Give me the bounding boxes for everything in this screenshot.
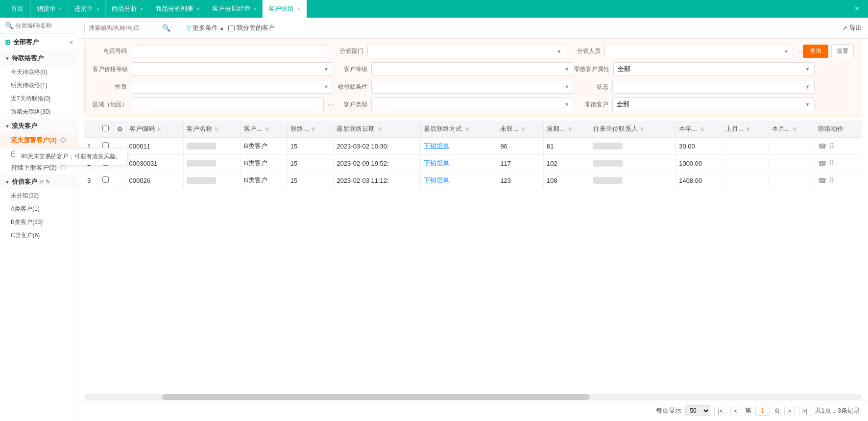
nav-tab-customer-tier[interactable]: 客户分层经营 × xyxy=(206,0,263,18)
action-more-icon-1[interactable]: ⠿ xyxy=(829,159,834,167)
row-checkbox-2[interactable] xyxy=(102,176,109,183)
nav-tab-analysis-list[interactable]: 商品分析列表 × xyxy=(149,0,206,18)
sort-type-icon[interactable]: ⇅ xyxy=(265,126,269,132)
sidebar-section-pending-contact[interactable]: ▼ 待联络客户 xyxy=(0,51,78,66)
contact-method-link-1[interactable]: 下销货单 xyxy=(424,159,449,167)
nav-tab-analysis[interactable]: 商品分析 × xyxy=(106,0,149,18)
last-page-button[interactable]: >| xyxy=(799,406,811,416)
sidebar-section-value[interactable]: ▼ 价值客户 ↺ ✎ xyxy=(0,174,78,189)
filter-retail-customer-label: 零散客户 xyxy=(574,100,608,109)
filter-retail-customer-select[interactable]: 全部 ▼ xyxy=(612,98,815,111)
filter-dept-select[interactable]: ▼ xyxy=(367,45,566,58)
edit-icon[interactable]: ✎ xyxy=(46,179,50,185)
sidebar-section-churn[interactable]: ▼ 流失客户 xyxy=(0,119,78,133)
sidebar-item-today[interactable]: 今天待联络(0) xyxy=(0,66,78,79)
filter-phone-input[interactable] xyxy=(131,46,329,57)
filter-nature-label: 性质 xyxy=(93,83,127,91)
first-page-button[interactable]: |< xyxy=(714,406,726,416)
filter-nature-select[interactable]: ▼ xyxy=(131,80,333,94)
sidebar-search-input[interactable] xyxy=(15,22,78,29)
sidebar-item-class-a[interactable]: A类客户(1) xyxy=(0,202,78,216)
filter-manager-select[interactable]: ▼ xyxy=(604,45,794,58)
sort-method-icon[interactable]: ⇅ xyxy=(465,126,469,132)
cell-customer-type: B类客户 xyxy=(241,138,288,155)
sidebar-item-unclassified[interactable]: 未分组(32) xyxy=(0,189,78,202)
next-page-button[interactable]: > xyxy=(784,406,795,416)
sidebar-item-tomorrow[interactable]: 明天待联络(1) xyxy=(0,79,78,92)
contact-method-link-0[interactable]: 下销货单 xyxy=(424,142,449,149)
action-more-icon-2[interactable]: ⠿ xyxy=(829,176,834,184)
more-dots-region[interactable]: ··· xyxy=(328,100,334,108)
close-tab-sales-icon[interactable]: × xyxy=(59,6,62,12)
filter-retail-attr-select[interactable]: 全部 ▼ xyxy=(613,62,815,76)
more-dots-manager[interactable]: ··· xyxy=(797,48,803,55)
sort-year-icon[interactable]: ⇅ xyxy=(700,126,704,132)
action-contact-icon-2[interactable]: ☎ xyxy=(818,176,826,184)
blurred-contacts-1 xyxy=(593,160,623,167)
top-navigation: 首页 销货单 × 进货单 × 商品分析 × 商品分析列表 × 客户分层经营 × … xyxy=(0,0,868,18)
filter-price-level-select[interactable]: ▼ xyxy=(132,62,333,76)
cell-last-contact-date: 2023-03-02 10:30: xyxy=(334,138,421,155)
filter-status-select[interactable]: ▼ xyxy=(612,80,815,94)
cell-last-month xyxy=(722,138,769,155)
info-icon-decline: ⓘ xyxy=(60,165,66,171)
more-conditions-button[interactable]: ▽ 更多条件 ▲ xyxy=(186,24,224,32)
setting-button[interactable]: 设置 xyxy=(831,44,854,58)
close-tab-customer-contact-icon[interactable]: × xyxy=(297,6,300,12)
action-contact-icon-0[interactable]: ☎ xyxy=(818,142,826,150)
sort-name-icon[interactable]: ⇅ xyxy=(215,126,218,132)
current-page-input[interactable] xyxy=(755,406,770,416)
nav-tab-customer-contact[interactable]: 客户联络 × xyxy=(263,0,306,18)
filter-customer-level-select[interactable]: ▼ xyxy=(371,62,574,76)
filter-payment-select[interactable]: ▼ xyxy=(371,80,574,94)
horizontal-scrollbar[interactable] xyxy=(84,394,862,400)
sidebar-all-customers[interactable]: ⊞ 全部客户 « xyxy=(0,34,78,51)
sidebar-item-overdue[interactable]: 逾期未联络(30) xyxy=(0,105,78,119)
main-search-button[interactable]: 🔍 xyxy=(162,24,170,32)
sort-overdue-icon[interactable]: ⇅ xyxy=(568,126,572,132)
sort-this-month-icon[interactable]: ⇅ xyxy=(793,126,796,132)
export-button[interactable]: ↗ 导出 xyxy=(842,24,862,32)
sort-unit-icon[interactable]: ⇅ xyxy=(640,126,644,132)
sidebar-item-churn-risk[interactable]: 流失预警客户(3) ⓘ xyxy=(0,133,78,147)
select-all-checkbox[interactable] xyxy=(102,125,109,131)
window-close-button[interactable]: × xyxy=(850,4,864,13)
prev-page-button[interactable]: < xyxy=(730,406,741,416)
sidebar-item-week[interactable]: 近7天待联络(0) xyxy=(0,92,78,105)
filter-dept: 分管部门 ▼ xyxy=(329,45,566,58)
contact-method-link-2[interactable]: 下销货单 xyxy=(424,176,449,184)
sort-date-icon[interactable]: ⇅ xyxy=(378,126,382,132)
cell-customer-name xyxy=(183,155,241,172)
sort-code-icon[interactable]: ⇅ xyxy=(157,126,161,132)
per-page-label: 每页显示 xyxy=(656,406,681,415)
query-button[interactable]: 查询 xyxy=(803,45,828,58)
close-tab-analysis-list-icon[interactable]: × xyxy=(196,6,199,12)
cell-customer-code: 00030031 xyxy=(126,155,183,172)
nav-home[interactable]: 首页 xyxy=(4,0,31,18)
sidebar-item-class-c[interactable]: C类客户(6) xyxy=(0,229,78,242)
cell-contact-count: 15 xyxy=(287,155,334,172)
per-page-select[interactable]: 50 100 200 xyxy=(685,405,710,416)
column-settings-icon[interactable]: ⚙ xyxy=(117,125,123,133)
th-contact-count: 联络... ⇅ xyxy=(287,121,334,138)
close-tab-analysis-icon[interactable]: × xyxy=(140,6,143,12)
filter-customer-type-select[interactable]: ▼ xyxy=(371,98,574,111)
sort-last-month-icon[interactable]: ⇅ xyxy=(746,126,750,132)
sort-uncontacted-icon[interactable]: ⇅ xyxy=(521,126,525,132)
sidebar-item-class-b[interactable]: B类客户(33) xyxy=(0,216,78,229)
refresh-icon[interactable]: ↺ xyxy=(39,179,44,185)
table-header-row: ⚙ 客户编码 ⇅ 客户名称 ⇅ 客户... ⇅ xyxy=(84,121,862,138)
cell-this-year: 1000.00 xyxy=(676,155,723,172)
action-more-icon-0[interactable]: ⠿ xyxy=(829,142,834,150)
sort-contact-icon[interactable]: ⇅ xyxy=(311,126,315,132)
action-contact-icon-1[interactable]: ☎ xyxy=(818,159,826,167)
nav-tab-purchase[interactable]: 进货单 × xyxy=(68,0,105,18)
nav-tab-sales[interactable]: 销货单 × xyxy=(31,0,68,18)
main-search-input[interactable] xyxy=(89,25,162,31)
cell-action: ☎ ⠿ xyxy=(815,172,862,189)
close-tab-purchase-icon[interactable]: × xyxy=(96,6,99,12)
page-label: 第 xyxy=(745,406,751,415)
my-customers-checkbox[interactable] xyxy=(228,25,235,31)
filter-region-select[interactable]: ▼ xyxy=(132,98,324,111)
close-tab-customer-tier-icon[interactable]: × xyxy=(253,6,256,12)
